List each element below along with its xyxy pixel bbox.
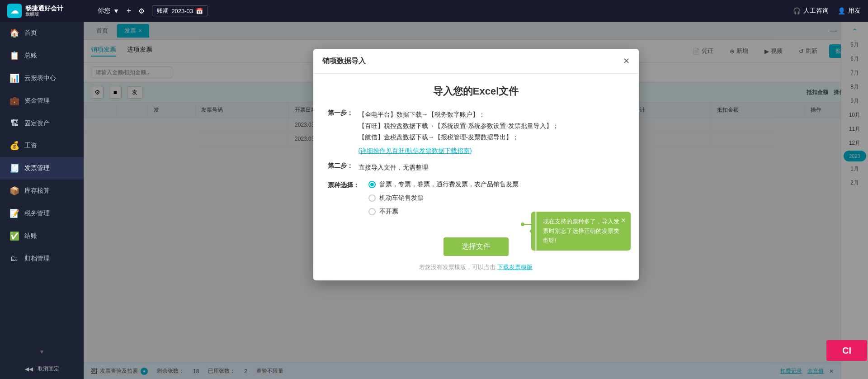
modal-title: 销项数据导入 xyxy=(322,57,366,66)
radio-group: 普票，专票，卷票，通行费发票，农产品销售发票 机动车销售发票 不开票 xyxy=(368,180,519,216)
step1-line-1: 【百旺】税控盘数据下载→【系统设置-系统参数设置-发票批量导入】； xyxy=(359,120,559,132)
user-section[interactable]: 👤 用友 xyxy=(838,7,861,15)
app-sub: 旗舰版 xyxy=(25,12,63,17)
sidebar-item-ledger[interactable]: 📋 总账 xyxy=(0,44,84,67)
app-logo: ☁ 畅捷通好会计 旗舰版 xyxy=(7,4,89,18)
tooltip-line xyxy=(522,224,531,225)
sidebar-label-settle: 结账 xyxy=(24,232,37,240)
radio-circle-2 xyxy=(368,208,376,215)
modal-bottom-note: 若您没有发票模版，可以点击 下载发票模版 xyxy=(328,263,624,271)
ticket-select-row: 票种选择： 普票，专票，卷票，通行费发票，农产品销售发票 机动车销售发票 xyxy=(328,180,624,216)
radio-label-0: 普票，专票，卷票，通行费发票，农产品销售发票 xyxy=(379,180,519,189)
sidebar-item-inventory[interactable]: 📦 库存核算 xyxy=(0,180,84,202)
sidebar-label-report: 云报表中心 xyxy=(24,74,56,82)
add-icon[interactable]: + xyxy=(127,6,132,16)
topbar-right: 🎧 人工咨询 👤 用友 xyxy=(793,7,861,15)
step1-label: 第一步： xyxy=(328,109,353,156)
sidebar-label-salary: 工资 xyxy=(24,142,37,150)
sidebar-cancel-fixed[interactable]: ◀◀ 取消固定 xyxy=(0,359,84,379)
modal-main-title: 导入您的Excel文件 xyxy=(328,85,624,98)
sidebar-scroll-down[interactable]: ▼ xyxy=(0,345,84,359)
ci-badge: CI xyxy=(826,340,867,361)
tax-icon: 📝 xyxy=(9,208,20,218)
sidebar-label-ledger: 总账 xyxy=(24,52,37,60)
radio-option-1[interactable]: 机动车销售发票 xyxy=(368,194,519,202)
step1-line-2: 【航信】金税盘数据下载→【报税管理-发票数据导出】； xyxy=(359,132,559,143)
modal-close-btn[interactable]: ✕ xyxy=(623,56,630,66)
sidebar-label-inventory: 库存核算 xyxy=(24,187,50,195)
calendar-icon: 📅 xyxy=(196,8,203,14)
step2-label: 第二步： xyxy=(328,162,353,173)
step2-row: 第二步： 直接导入文件，无需整理 xyxy=(328,162,624,173)
period-badge: 账期 2023-03 📅 xyxy=(152,5,208,16)
period-value: 2023-03 xyxy=(171,8,193,14)
step1-line-0: 【全电平台】数据下载→【税务数字账户】； xyxy=(359,109,559,120)
home-icon: 🏠 xyxy=(9,28,20,38)
radio-option-0[interactable]: 普票，专票，卷票，通行费发票，农产品销售发票 xyxy=(368,180,519,189)
dropdown-icon: ▼ xyxy=(113,7,119,14)
bottom-note-prefix: 若您没有发票模版，可以点击 xyxy=(419,264,495,270)
tooltip-close-btn[interactable]: ✕ xyxy=(621,215,626,225)
inventory-icon: 📦 xyxy=(9,186,20,196)
step1-row: 第一步： 【全电平台】数据下载→【税务数字账户】； 【百旺】税控盘数据下载→【系… xyxy=(328,109,624,156)
tooltip-bar xyxy=(535,212,537,251)
report-icon: 📊 xyxy=(9,73,20,83)
step1-guide-link[interactable]: (详细操作见百旺/航信发票数据下载指南) xyxy=(359,147,472,154)
modal-header: 销项数据导入 ✕ xyxy=(313,49,639,74)
step2-content: 直接导入文件，无需整理 xyxy=(359,162,428,173)
sidebar-item-archive[interactable]: 🗂 归档管理 xyxy=(0,247,84,270)
salary-icon: 💰 xyxy=(9,141,20,151)
sidebar-item-report[interactable]: 📊 云报表中心 xyxy=(0,67,84,90)
invoice-icon: 🧾 xyxy=(9,163,20,173)
tooltip-bubble: ✕ 现在支持的票种多了，导入发票时别忘了选择正确的发票类型呀! xyxy=(531,212,631,251)
settings-icon[interactable]: ⚙ xyxy=(138,7,145,15)
sidebar-item-salary[interactable]: 💰 工资 xyxy=(0,134,84,157)
sidebar-item-invoice[interactable]: 🧾 发票管理 xyxy=(0,157,84,180)
sidebar-label-invoice: 发票管理 xyxy=(24,164,50,172)
ledger-icon: 📋 xyxy=(9,51,20,61)
sidebar-item-fixed[interactable]: 🏗 固定资产 xyxy=(0,112,84,134)
fixed-icon: 🏗 xyxy=(9,118,20,128)
ticket-label: 票种选择： xyxy=(328,180,359,190)
app-name: 畅捷通好会计 xyxy=(25,5,63,12)
sidebar-label-fixed: 固定资产 xyxy=(24,119,50,128)
radio-option-2[interactable]: 不开票 xyxy=(368,208,519,216)
overlay: 销项数据导入 ✕ 导入您的Excel文件 第一步： 【全电平台】数据下载→【税务… xyxy=(84,22,868,379)
download-template-link[interactable]: 下载发票模版 xyxy=(497,264,533,270)
company-selector[interactable]: 你您 ▼ xyxy=(98,7,119,15)
select-file-button[interactable]: 选择文件 xyxy=(443,237,509,256)
tooltip-text: 现在支持的票种多了，导入发票时别忘了选择正确的发票类型呀! xyxy=(538,217,623,245)
sidebar-item-fund[interactable]: 💼 资金管理 xyxy=(0,90,84,112)
sidebar-item-settle[interactable]: ✅ 结账 xyxy=(0,225,84,247)
ai-consult[interactable]: 🎧 人工咨询 xyxy=(793,7,829,15)
radio-label-2: 不开票 xyxy=(379,208,398,216)
headset-icon: 🎧 xyxy=(793,7,801,14)
topbar-center: 你您 ▼ + ⚙ 账期 2023-03 📅 xyxy=(89,5,793,16)
sidebar-label-archive: 归档管理 xyxy=(24,255,50,263)
sidebar-item-home[interactable]: 🏠 首页 xyxy=(0,22,84,44)
topbar: ☁ 畅捷通好会计 旗舰版 你您 ▼ + ⚙ 账期 2023-03 📅 🎧 人工咨… xyxy=(0,0,868,22)
settle-icon: ✅ xyxy=(9,231,20,241)
radio-label-1: 机动车销售发票 xyxy=(379,194,424,202)
company-name: 你您 xyxy=(98,7,110,15)
step1-content: 【全电平台】数据下载→【税务数字账户】； 【百旺】税控盘数据下载→【系统设置-系… xyxy=(359,109,559,156)
sidebar-label-home: 首页 xyxy=(24,29,37,37)
user-icon: 👤 xyxy=(838,7,845,14)
sidebar-label-tax: 税务管理 xyxy=(24,209,50,218)
cancel-fixed-icon: ◀◀ xyxy=(25,366,33,372)
sidebar-label-fund: 资金管理 xyxy=(24,97,50,105)
archive-icon: 🗂 xyxy=(9,254,20,263)
sidebar-item-tax[interactable]: 📝 税务管理 xyxy=(0,202,84,225)
logo-icon: ☁ xyxy=(7,4,22,18)
fund-icon: 💼 xyxy=(9,96,20,106)
modal-body: 导入您的Excel文件 第一步： 【全电平台】数据下载→【税务数字账户】； 【百… xyxy=(313,74,639,230)
sidebar: 🏠 首页 📋 总账 📊 云报表中心 💼 资金管理 🏗 固定资产 💰 工资 🧾 发… xyxy=(0,22,84,379)
radio-circle-1 xyxy=(368,194,376,202)
radio-circle-0 xyxy=(368,181,376,188)
period-label: 账期 xyxy=(157,7,169,15)
